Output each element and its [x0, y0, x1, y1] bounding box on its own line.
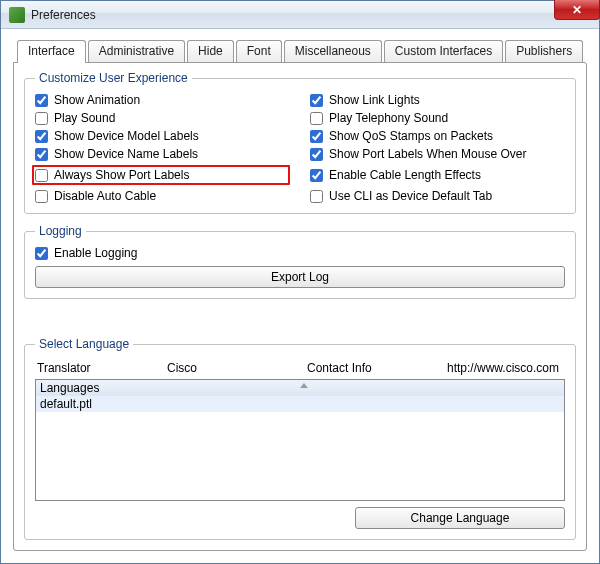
group-logging-legend: Logging: [35, 224, 86, 238]
close-icon: ✕: [572, 3, 582, 17]
checkbox-disable-auto-cable[interactable]: [35, 190, 48, 203]
label-show-animation: Show Animation: [54, 93, 140, 107]
group-customize-legend: Customize User Experience: [35, 71, 192, 85]
window-title: Preferences: [31, 8, 96, 22]
chk-show-port-mouse[interactable]: Show Port Labels When Mouse Over: [310, 147, 565, 161]
close-button[interactable]: ✕: [554, 0, 600, 20]
titlebar: Preferences ✕: [1, 1, 599, 29]
label-show-link-lights: Show Link Lights: [329, 93, 420, 107]
chk-always-show-port[interactable]: Always Show Port Labels: [32, 165, 290, 185]
checkbox-show-animation[interactable]: [35, 94, 48, 107]
label-show-device-name: Show Device Name Labels: [54, 147, 198, 161]
language-list-header[interactable]: Languages: [36, 380, 564, 396]
label-enable-logging: Enable Logging: [54, 246, 137, 260]
checkbox-show-port-mouse[interactable]: [310, 148, 323, 161]
export-log-button[interactable]: Export Log: [35, 266, 565, 288]
label-play-sound: Play Sound: [54, 111, 115, 125]
checkbox-always-show-port[interactable]: [35, 169, 48, 182]
chk-enable-cable-length[interactable]: Enable Cable Length Effects: [310, 165, 565, 185]
app-icon: [9, 7, 25, 23]
tab-font[interactable]: Font: [236, 40, 282, 63]
chk-show-qos[interactable]: Show QoS Stamps on Packets: [310, 129, 565, 143]
tab-panel-interface: Customize User Experience Show Animation…: [13, 62, 587, 551]
chk-enable-logging[interactable]: Enable Logging: [35, 246, 565, 260]
preferences-window: Preferences ✕ Interface Administrative H…: [0, 0, 600, 564]
chk-play-telephony[interactable]: Play Telephony Sound: [310, 111, 565, 125]
customize-grid: Show Animation Show Link Lights Play Sou…: [35, 93, 565, 203]
tab-miscellaneous[interactable]: Miscellaneous: [284, 40, 382, 63]
checkbox-show-device-name[interactable]: [35, 148, 48, 161]
tab-custom-interfaces[interactable]: Custom Interfaces: [384, 40, 503, 63]
content-area: Interface Administrative Hide Font Misce…: [1, 29, 599, 563]
tabs: Interface Administrative Hide Font Misce…: [13, 39, 587, 62]
group-language-legend: Select Language: [35, 337, 133, 351]
tab-hide[interactable]: Hide: [187, 40, 234, 63]
chk-disable-auto-cable[interactable]: Disable Auto Cable: [35, 189, 290, 203]
chk-show-link-lights[interactable]: Show Link Lights: [310, 93, 565, 107]
change-language-button[interactable]: Change Language: [355, 507, 565, 529]
group-language: Select Language Translator Cisco Contact…: [24, 337, 576, 540]
checkbox-show-qos[interactable]: [310, 130, 323, 143]
chk-show-device-name[interactable]: Show Device Name Labels: [35, 147, 290, 161]
tab-publishers[interactable]: Publishers: [505, 40, 583, 63]
checkbox-enable-logging[interactable]: [35, 247, 48, 260]
header-company: Cisco: [167, 361, 307, 375]
checkbox-play-telephony[interactable]: [310, 112, 323, 125]
chk-show-animation[interactable]: Show Animation: [35, 93, 290, 107]
header-url: http://www.cisco.com: [447, 361, 563, 375]
label-play-telephony: Play Telephony Sound: [329, 111, 448, 125]
label-enable-cable-length: Enable Cable Length Effects: [329, 168, 481, 182]
chk-play-sound[interactable]: Play Sound: [35, 111, 290, 125]
change-language-wrap: Change Language: [35, 507, 565, 529]
label-always-show-port: Always Show Port Labels: [54, 168, 189, 182]
spacer: [24, 309, 576, 327]
tab-administrative[interactable]: Administrative: [88, 40, 185, 63]
group-customize: Customize User Experience Show Animation…: [24, 71, 576, 214]
tab-interface[interactable]: Interface: [17, 40, 86, 63]
header-contact: Contact Info: [307, 361, 447, 375]
header-translator: Translator: [37, 361, 167, 375]
checkbox-use-cli-default[interactable]: [310, 190, 323, 203]
chk-use-cli-default[interactable]: Use CLI as Device Default Tab: [310, 189, 565, 203]
label-use-cli-default: Use CLI as Device Default Tab: [329, 189, 492, 203]
language-list-row-default[interactable]: default.ptl: [36, 396, 564, 412]
group-logging: Logging Enable Logging Export Log: [24, 224, 576, 299]
label-show-port-mouse: Show Port Labels When Mouse Over: [329, 147, 526, 161]
label-show-qos: Show QoS Stamps on Packets: [329, 129, 493, 143]
checkbox-enable-cable-length[interactable]: [310, 169, 323, 182]
checkbox-show-link-lights[interactable]: [310, 94, 323, 107]
label-show-device-model: Show Device Model Labels: [54, 129, 199, 143]
chk-show-device-model[interactable]: Show Device Model Labels: [35, 129, 290, 143]
checkbox-play-sound[interactable]: [35, 112, 48, 125]
label-disable-auto-cable: Disable Auto Cable: [54, 189, 156, 203]
language-headers: Translator Cisco Contact Info http://www…: [35, 359, 565, 379]
checkbox-show-device-model[interactable]: [35, 130, 48, 143]
language-listbox[interactable]: Languages default.ptl: [35, 379, 565, 501]
